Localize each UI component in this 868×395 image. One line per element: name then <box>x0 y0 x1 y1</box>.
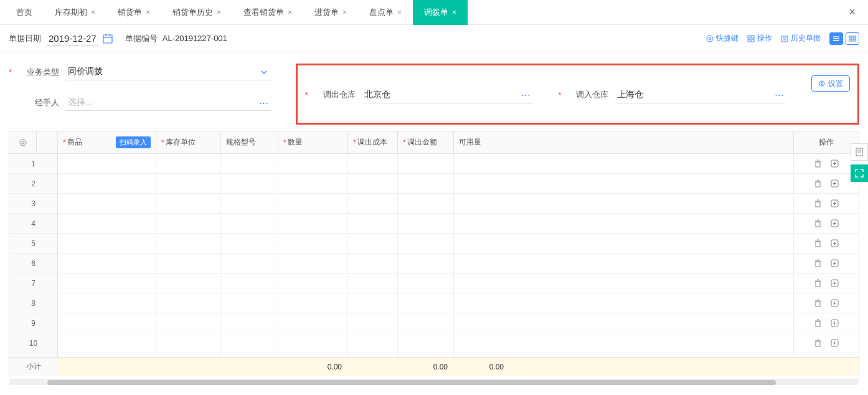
cell-cost[interactable] <box>348 313 398 333</box>
delete-icon[interactable] <box>814 179 822 188</box>
cell-unit[interactable] <box>156 174 221 193</box>
cell-spec[interactable] <box>221 214 278 233</box>
tab-sales-history[interactable]: 销货单历史× <box>161 0 232 25</box>
cell-amount[interactable] <box>398 333 454 353</box>
cell-spec[interactable] <box>221 274 278 293</box>
cell-unit[interactable] <box>156 333 221 353</box>
cell-unit[interactable] <box>156 293 221 313</box>
out-warehouse-field[interactable]: * 调出仓库 北京仓 ⋯ <box>305 75 534 114</box>
table-row[interactable]: 8 <box>9 293 859 313</box>
cell-cost[interactable] <box>348 174 398 193</box>
cell-spec[interactable] <box>221 333 278 353</box>
calendar-icon[interactable] <box>103 34 113 44</box>
gear-header[interactable] <box>9 131 37 153</box>
table-row[interactable]: 3 <box>9 194 859 214</box>
in-warehouse-input[interactable]: 上海仓 <box>615 87 786 103</box>
cell-amount[interactable] <box>398 234 454 253</box>
cell-product[interactable] <box>58 353 156 357</box>
cell-avail[interactable] <box>454 194 794 213</box>
cell-qty[interactable] <box>278 333 348 353</box>
add-icon[interactable] <box>831 159 839 168</box>
cell-cost[interactable] <box>348 293 398 313</box>
tab-sales-order[interactable]: 销货单× <box>106 0 161 25</box>
delete-icon[interactable] <box>814 279 822 287</box>
in-warehouse-field[interactable]: * 调入仓库 上海仓 ⋯ <box>558 75 786 114</box>
horizontal-scrollbar[interactable] <box>9 380 859 385</box>
cell-cost[interactable] <box>348 254 398 273</box>
delete-icon[interactable] <box>814 259 822 267</box>
scan-badge[interactable]: 扫码录入 <box>116 136 151 148</box>
more-icon[interactable]: ⋯ <box>775 89 784 100</box>
cell-avail[interactable] <box>454 214 794 233</box>
cell-spec[interactable] <box>221 174 278 193</box>
cell-amount[interactable] <box>398 274 454 293</box>
cell-avail[interactable] <box>454 254 794 273</box>
table-row[interactable]: 5 <box>9 234 859 254</box>
add-icon[interactable] <box>831 219 839 227</box>
delete-icon[interactable] <box>814 239 822 247</box>
view-grid-toggle[interactable] <box>846 32 859 45</box>
cell-amount[interactable] <box>398 214 454 233</box>
add-icon[interactable] <box>831 299 839 307</box>
cell-cost[interactable] <box>348 214 398 233</box>
cell-unit[interactable] <box>156 313 221 333</box>
table-row[interactable]: 1 <box>9 154 859 174</box>
cell-product[interactable] <box>58 194 156 213</box>
cell-product[interactable] <box>58 214 156 233</box>
view-list-toggle[interactable] <box>829 32 843 45</box>
cell-cost[interactable] <box>348 353 398 357</box>
cell-qty[interactable] <box>278 214 348 233</box>
add-icon[interactable] <box>831 179 839 188</box>
cell-avail[interactable] <box>454 154 794 173</box>
table-row[interactable]: 11 <box>9 353 859 357</box>
delete-icon[interactable] <box>814 199 822 207</box>
shortcut-link[interactable]: 快捷键 <box>706 33 738 44</box>
cell-cost[interactable] <box>348 194 398 213</box>
cell-avail[interactable] <box>454 174 794 193</box>
table-row[interactable]: 7 <box>9 274 859 293</box>
add-icon[interactable] <box>831 259 839 267</box>
out-warehouse-input[interactable]: 北京仓 <box>362 87 534 103</box>
cell-amount[interactable] <box>398 174 454 193</box>
cell-product[interactable] <box>58 154 156 173</box>
cell-product[interactable] <box>58 333 156 353</box>
cell-avail[interactable] <box>454 313 794 333</box>
cell-avail[interactable] <box>454 353 794 357</box>
chevron-down-icon[interactable] <box>260 68 268 77</box>
cell-spec[interactable] <box>221 234 278 253</box>
cell-cost[interactable] <box>348 154 398 173</box>
delete-icon[interactable] <box>814 219 822 227</box>
date-input[interactable]: 2019-12-27 <box>46 32 99 45</box>
cell-product[interactable] <box>58 293 156 313</box>
tab-view-sales[interactable]: 查看销货单× <box>232 0 303 25</box>
cell-qty[interactable] <box>278 154 348 173</box>
table-row[interactable]: 10 <box>9 333 859 353</box>
handler-field[interactable]: * 经手人 选择... ⋯ <box>9 94 271 111</box>
more-icon[interactable]: ⋯ <box>259 97 268 108</box>
cell-unit[interactable] <box>156 234 221 253</box>
cell-avail[interactable] <box>454 333 794 353</box>
cell-qty[interactable] <box>278 353 348 357</box>
cell-cost[interactable] <box>348 234 398 253</box>
table-row[interactable]: 6 <box>9 254 859 274</box>
cell-qty[interactable] <box>278 313 348 333</box>
add-icon[interactable] <box>831 319 839 327</box>
cell-unit[interactable] <box>156 154 221 173</box>
cell-spec[interactable] <box>221 154 278 173</box>
cell-product[interactable] <box>58 274 156 293</box>
table-row[interactable]: 9 <box>9 313 859 333</box>
cell-spec[interactable] <box>221 254 278 273</box>
delete-icon[interactable] <box>814 339 822 347</box>
close-icon[interactable]: × <box>217 8 221 17</box>
table-row[interactable]: 2 <box>9 174 859 194</box>
cell-product[interactable] <box>58 254 156 273</box>
add-icon[interactable] <box>831 239 839 247</box>
cell-amount[interactable] <box>398 154 454 173</box>
cell-qty[interactable] <box>278 174 348 193</box>
cell-spec[interactable] <box>221 313 278 333</box>
cell-avail[interactable] <box>454 234 794 253</box>
tab-inventory-init[interactable]: 库存期初× <box>44 0 106 25</box>
scrollbar-thumb[interactable] <box>47 380 776 385</box>
cell-qty[interactable] <box>278 194 348 213</box>
table-row[interactable]: 4 <box>9 214 859 234</box>
